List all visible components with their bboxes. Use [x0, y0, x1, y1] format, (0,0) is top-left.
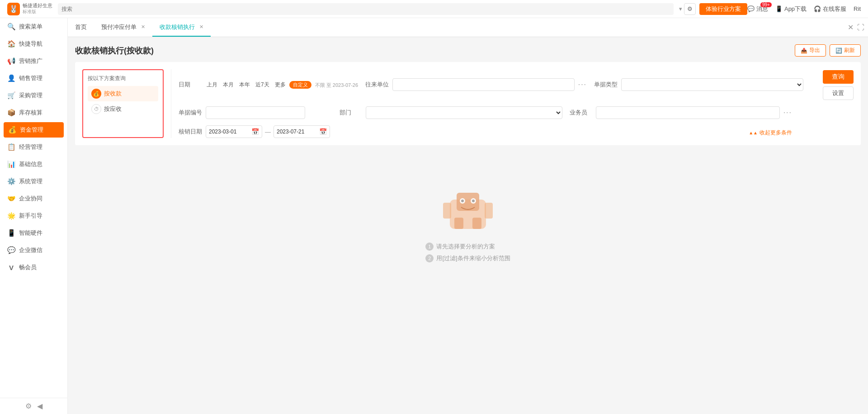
sidebar-item-label: 新手引导 — [19, 212, 42, 220]
tip-2-text: 用[过滤]条件来缩小分析范围 — [436, 254, 510, 262]
user-name[interactable]: Rit — [854, 5, 861, 12]
collapse-chevron-icon: ▲▲ — [749, 130, 758, 135]
sidebar-item-smart-hardware[interactable]: 📱 智能硬件 — [0, 224, 67, 242]
tab-prepay-offset[interactable]: 预付冲应付单 ✕ — [94, 18, 152, 37]
settings-button[interactable]: 设置 — [823, 86, 854, 100]
app-download-btn[interactable]: 📱 App下载 — [775, 5, 807, 13]
filter-option-by-receivable[interactable]: ⏱ 按应收 — [88, 101, 158, 117]
sidebar-settings-icon[interactable]: ⚙ — [25, 402, 32, 410]
collapse-btn[interactable]: ▲▲ 收起更多条件 — [738, 129, 792, 137]
sidebar-item-label: 系统管理 — [19, 177, 42, 186]
verify-date-label: 核销日期 — [179, 128, 202, 136]
filter-row-1: 日期 上月 本月 本年 近7天 更多 自定义 — [179, 69, 854, 100]
by-receivable-icon: ⏱ — [91, 104, 101, 114]
refresh-icon: 🔄 — [835, 48, 842, 54]
sidebar-item-vip[interactable]: V 畅会员 — [0, 259, 67, 276]
sidebar-item-inventory[interactable]: 📦 库存核算 — [0, 104, 67, 121]
last-7-days-btn[interactable]: 近7天 — [254, 80, 271, 90]
system-icon: ⚙️ — [7, 177, 15, 186]
filter-option-by-receipt[interactable]: 💰 按收款 — [88, 86, 158, 101]
basic-info-icon: 📊 — [7, 160, 15, 168]
app-label: App下载 — [784, 5, 807, 13]
settings-gear-icon[interactable]: ⚙ — [684, 3, 696, 15]
enterprise-collab-icon: 🤝 — [7, 195, 15, 203]
staff-label: 业务员 — [570, 109, 592, 117]
verify-date-end-input[interactable] — [277, 128, 317, 135]
query-button[interactable]: 查询 — [823, 70, 854, 84]
tab-home-label: 首页 — [75, 23, 87, 31]
empty-tip-2: 2 用[过滤]条件来缩小分析范围 — [425, 254, 510, 262]
sidebar-item-marketing[interactable]: 📢 营销推广 — [0, 52, 67, 70]
refresh-button[interactable]: 🔄 刷新 — [830, 44, 861, 57]
tab-receipt-offset[interactable]: 收款核销执行 ✕ — [152, 18, 211, 37]
main-area: 🔍 搜索菜单 🏠 快捷导航 📢 营销推广 👤 销售管理 🛒 采购管理 📦 — [0, 18, 868, 414]
export-button[interactable]: 📤 导出 — [795, 44, 826, 57]
this-month-btn[interactable]: 本月 — [221, 80, 236, 90]
filter-row-2: 单据编号 部门 业务员 ··· — [179, 106, 854, 119]
sidebar-item-guide[interactable]: 🌟 新手引导 — [0, 207, 67, 224]
sidebar-item-label: 销售管理 — [19, 74, 42, 82]
doc-number-input[interactable] — [206, 106, 305, 119]
sidebar-item-search-menu[interactable]: 🔍 搜索菜单 — [0, 18, 67, 35]
sidebar-item-operations[interactable]: 📋 经营管理 — [0, 138, 67, 156]
verify-date-start-cal-icon[interactable]: 📅 — [251, 128, 259, 135]
page-header-actions: 📤 导出 🔄 刷新 — [795, 44, 861, 57]
message-btn[interactable]: 💬 消息 99+ — [747, 5, 768, 13]
search-input[interactable] — [61, 6, 143, 12]
search-chevron-icon[interactable]: ▾ — [679, 5, 682, 12]
counter-party-field: 往来单位 ··· — [365, 78, 587, 91]
service-icon: 🎧 — [814, 5, 821, 12]
page-content: 收款核销执行(按收款) 📤 导出 🔄 刷新 — [68, 37, 868, 414]
last-month-btn[interactable]: 上月 — [205, 80, 219, 90]
department-select[interactable] — [366, 106, 562, 119]
sidebar-item-label: 企业协同 — [19, 195, 42, 203]
staff-more-icon[interactable]: ··· — [783, 109, 792, 117]
verify-date-end-cal-icon[interactable]: 📅 — [319, 128, 327, 135]
department-field: 部门 — [340, 106, 562, 119]
logo-icon: 🐰 — [7, 3, 20, 15]
filter-row-3: 核销日期 📅 — 📅 — [179, 125, 854, 138]
verify-date-start-input[interactable] — [209, 128, 250, 135]
page-title: 收款核销执行(按收款) — [75, 45, 154, 56]
vip-icon: V — [7, 264, 15, 271]
sidebar-item-enterprise-collab[interactable]: 🤝 企业协同 — [0, 190, 67, 207]
this-year-btn[interactable]: 本年 — [237, 80, 252, 90]
industry-btn[interactable]: 体验行业方案 — [699, 3, 747, 15]
sidebar-item-quick-nav[interactable]: 🏠 快捷导航 — [0, 35, 67, 52]
top-search-box[interactable] — [58, 3, 674, 15]
staff-field: 业务员 ··· — [570, 106, 793, 119]
purchase-icon: 🛒 — [7, 91, 15, 100]
app-icon: 📱 — [775, 5, 783, 12]
verify-date-end-wrap: 📅 — [274, 125, 330, 138]
sidebar-item-wechat[interactable]: 💬 企业微信 — [0, 242, 67, 259]
verify-date-field: 核销日期 📅 — 📅 — [179, 125, 332, 138]
tab-close-all-icon[interactable]: ✕ — [848, 23, 854, 32]
more-dates-btn[interactable]: 更多 — [273, 80, 288, 90]
sidebar-item-finance[interactable]: 💰 资金管理 — [4, 122, 64, 138]
svg-rect-7 — [472, 218, 481, 229]
sidebar-item-purchase[interactable]: 🛒 采购管理 — [0, 87, 67, 104]
doc-type-select[interactable] — [621, 78, 803, 91]
sidebar-item-label: 智能硬件 — [19, 229, 42, 237]
empty-state: 1 请先选择要分析的方案 2 用[过滤]条件来缩小分析范围 — [75, 151, 861, 295]
sidebar-item-sales[interactable]: 👤 销售管理 — [0, 70, 67, 87]
counter-party-more-icon[interactable]: ··· — [578, 81, 587, 89]
svg-point-4 — [461, 200, 464, 202]
sidebar-item-label: 基础信息 — [19, 160, 42, 168]
custom-date-btn[interactable]: 自定义 — [289, 81, 311, 89]
sidebar-item-label: 采购管理 — [19, 91, 42, 100]
sidebar-item-system[interactable]: ⚙️ 系统管理 — [0, 173, 67, 190]
tab-prepay-close-icon[interactable]: ✕ — [141, 24, 145, 30]
tab-expand-icon[interactable]: ⛶ — [857, 24, 864, 32]
top-bar: 🐰 畅捷通好生意 标准版 ▾ ⚙ 体验行业方案 💬 消息 99+ 📱 App下载… — [0, 0, 868, 18]
counter-party-input[interactable] — [392, 78, 575, 91]
sidebar-item-basic-info[interactable]: 📊 基础信息 — [0, 156, 67, 173]
sidebar-item-label: 营销推广 — [19, 57, 42, 65]
sidebar-collapse-icon[interactable]: ◀ — [37, 402, 42, 410]
tab-receipt-close-icon[interactable]: ✕ — [199, 24, 203, 30]
query-action-col: 查询 设置 — [823, 69, 854, 100]
doc-type-more-icon[interactable]: ··· — [807, 81, 816, 89]
online-service-btn[interactable]: 🎧 在线客服 — [814, 5, 846, 13]
tab-home[interactable]: 首页 — [68, 18, 94, 37]
staff-input[interactable] — [596, 106, 780, 119]
